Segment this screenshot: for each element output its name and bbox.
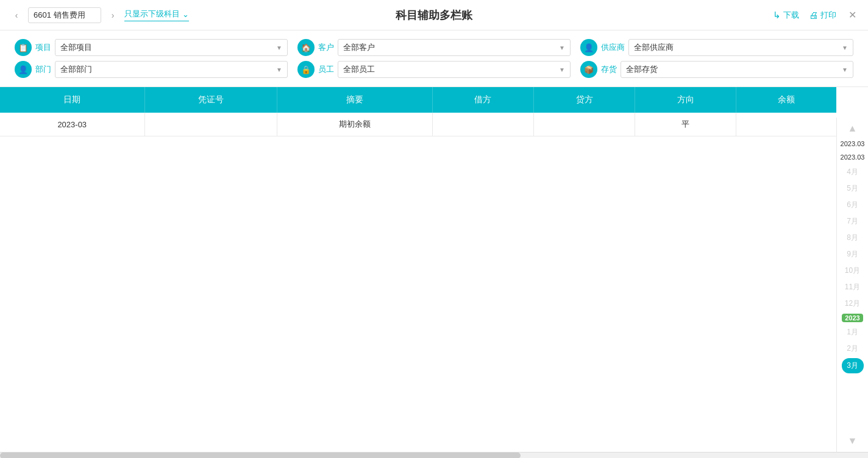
cell-借方 (432, 113, 533, 136)
customer-icon: 🏠 (297, 39, 315, 56)
chevron-down-icon: ▼ (842, 44, 848, 51)
table-row: 2023-03期初余额平 (0, 113, 836, 136)
supplier-select[interactable]: 全部供应商 ▼ (628, 39, 853, 56)
cell-凭证号 (144, 113, 277, 136)
timeline-item[interactable]: 2月 (837, 340, 868, 357)
timeline-up-button[interactable]: ▲ (844, 120, 861, 137)
timeline-item[interactable]: 5月 (837, 180, 868, 197)
timeline-item[interactable]: 12月 (837, 295, 868, 312)
col-方向: 方向 (635, 87, 736, 113)
download-icon: ↳ (773, 10, 781, 21)
project-label: 项目 (35, 42, 51, 53)
col-贷方: 贷方 (534, 87, 635, 113)
download-label: 下载 (783, 10, 799, 21)
col-余额: 余额 (736, 87, 836, 113)
project-icon: 📋 (15, 39, 32, 56)
cell-贷方 (534, 113, 635, 136)
timeline-item[interactable]: 2023.03 (837, 137, 868, 150)
show-sub-label: 只显示下级科目 (124, 9, 180, 19)
print-button[interactable]: 🖨 打印 (809, 10, 836, 21)
chevron-down-icon: ▼ (842, 66, 848, 73)
chevron-down-icon: ⌄ (182, 10, 189, 19)
department-select-value: 全部部门 (60, 64, 276, 75)
close-button[interactable]: ✕ (846, 9, 858, 21)
cell-日期: 2023-03 (0, 113, 144, 136)
main-window: ‹ 6601 销售费用 › 只显示下级科目 ⌄ 科目辅助多栏账 ↳ 下载 🖨 打… (0, 0, 868, 458)
inventory-icon: 📦 (580, 61, 597, 78)
timeline-item[interactable]: 2023 (837, 312, 868, 324)
scrollbar-thumb[interactable] (0, 453, 521, 458)
account-code-text: 6601 销售费用 (34, 10, 85, 19)
filter-row-department: 👤 部门 全部部门 ▼ (10, 58, 293, 80)
timeline-item[interactable]: 10月 (837, 262, 868, 279)
filter-area: 📋 项目 全部项目 ▼ 🏠 客户 全部客户 ▼ 👤 供应商 全部供应商 ▼ 👤 … (0, 30, 868, 87)
project-select[interactable]: 全部项目 ▼ (55, 39, 288, 56)
print-label: 打印 (820, 10, 836, 21)
department-select[interactable]: 全部部门 ▼ (55, 61, 288, 78)
account-code-box: 6601 销售费用 (28, 7, 101, 23)
timeline-down-button[interactable]: ▼ (844, 432, 861, 449)
timeline-item[interactable]: 3月 (842, 358, 864, 373)
cell-方向: 平 (635, 113, 736, 136)
filter-row-inventory: 📦 存货 全部存货 ▼ (575, 58, 858, 80)
employee-label: 员工 (318, 64, 334, 75)
customer-select-value: 全部客户 (343, 42, 559, 53)
horizontal-scrollbar[interactable] (0, 452, 868, 458)
show-sub-dropdown[interactable]: 只显示下级科目 ⌄ (124, 9, 189, 21)
timeline-item[interactable]: 1月 (837, 324, 868, 340)
title-bar: ‹ 6601 销售费用 › 只显示下级科目 ⌄ 科目辅助多栏账 ↳ 下载 🖨 打… (0, 0, 868, 30)
employee-icon: 🔒 (297, 61, 315, 78)
inventory-select[interactable]: 全部存货 ▼ (621, 61, 853, 78)
title-bar-right: ↳ 下载 🖨 打印 ✕ (773, 9, 858, 21)
download-button[interactable]: ↳ 下载 (773, 10, 799, 21)
chevron-down-icon: ▼ (559, 44, 565, 51)
timeline-item[interactable]: 9月 (837, 246, 868, 262)
inventory-select-value: 全部存货 (626, 64, 842, 75)
filter-row-supplier: 👤 供应商 全部供应商 ▼ (575, 37, 858, 58)
filter-row-customer: 🏠 客户 全部客户 ▼ (293, 37, 575, 58)
timeline-item[interactable]: 4月 (837, 164, 868, 180)
supplier-icon: 👤 (580, 39, 597, 56)
chevron-down-icon: ▼ (276, 66, 282, 73)
ledger-table: 日期凭证号摘要借方贷方方向余额 2023-03期初余额平 (0, 87, 836, 136)
supplier-select-value: 全部供应商 (634, 42, 842, 53)
prev-nav-button[interactable]: ‹ (10, 9, 23, 22)
col-借方: 借方 (432, 87, 533, 113)
timeline-item[interactable]: 11月 (837, 279, 868, 295)
timeline-item[interactable]: 8月 (837, 230, 868, 246)
col-凭证号: 凭证号 (144, 87, 277, 113)
customer-select[interactable]: 全部客户 ▼ (338, 39, 571, 56)
timeline-item[interactable]: 7月 (837, 213, 868, 230)
col-日期: 日期 (0, 87, 144, 113)
project-select-value: 全部项目 (60, 42, 276, 53)
chevron-down-icon: ▼ (559, 66, 565, 73)
timeline-item[interactable]: 6月 (837, 197, 868, 213)
page-title: 科目辅助多栏账 (396, 8, 472, 23)
filter-row-employee: 🔒 员工 全部员工 ▼ (293, 58, 575, 80)
employee-select[interactable]: 全部员工 ▼ (338, 61, 571, 78)
inventory-label: 存货 (601, 64, 617, 75)
customer-label: 客户 (318, 42, 334, 53)
title-bar-left: ‹ 6601 销售费用 › 只显示下级科目 ⌄ (10, 7, 189, 23)
filter-row-project: 📋 项目 全部项目 ▼ (10, 37, 293, 58)
next-nav-button[interactable]: › (106, 9, 119, 22)
timeline-item[interactable]: 2023.03 (837, 150, 868, 164)
table-container: 日期凭证号摘要借方贷方方向余额 2023-03期初余额平 (0, 87, 868, 452)
cell-余额 (736, 113, 836, 136)
department-icon: 👤 (15, 61, 32, 78)
cell-摘要: 期初余额 (277, 113, 433, 136)
supplier-label: 供应商 (601, 42, 625, 53)
col-摘要: 摘要 (277, 87, 433, 113)
employee-select-value: 全部员工 (343, 64, 559, 75)
timeline-panel: ▲ 2023.032023.034月5月6月7月8月9月10月11月12月202… (836, 118, 868, 452)
chevron-down-icon: ▼ (276, 44, 282, 51)
department-label: 部门 (35, 64, 51, 75)
print-icon: 🖨 (809, 10, 818, 20)
